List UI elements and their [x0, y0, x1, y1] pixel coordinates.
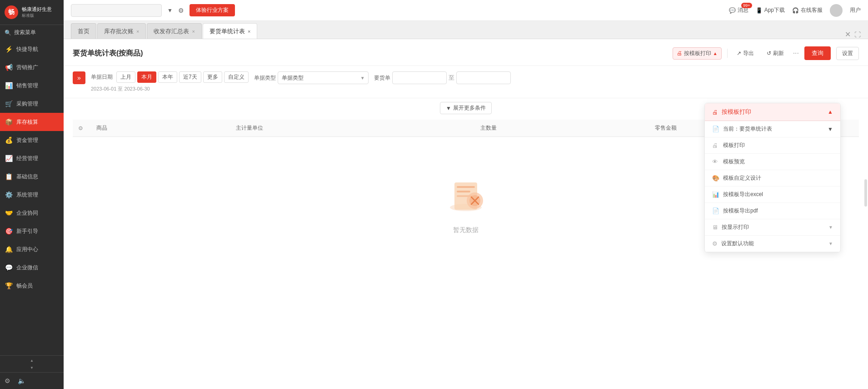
purchase-icon: 🛒 [5, 100, 13, 108]
guide-icon: 🎯 [5, 227, 13, 235]
doc-type-select[interactable]: 单据类型 [278, 71, 369, 84]
tab-window-expand[interactable]: ⛶ [854, 31, 861, 38]
sidebar-item-sales[interactable]: 📊 销售管理 [0, 76, 64, 95]
page-header: 要货单统计表(按商品) 🖨 按模板打印 ▲ ↗ 导出 ↺ 刷新 ··· 查询 [64, 39, 868, 66]
sidebar-item-basic[interactable]: 📋 基础信息 [0, 167, 64, 186]
tab-window-close[interactable]: ✕ [845, 30, 851, 39]
filter-expand-icon[interactable]: » [73, 71, 85, 84]
dropdown-default-settings[interactable]: ⚙ 设置默认功能 ▼ [705, 236, 840, 252]
dropdown-current-template[interactable]: 📄 当前：要货单统计表 ▼ [705, 121, 840, 137]
settings-btn[interactable]: 设置 [836, 47, 859, 60]
tab-order-stats[interactable]: 要货单统计表 × [203, 23, 257, 39]
date-btn-7days[interactable]: 近7天 [179, 71, 201, 83]
sidebar-item-operations[interactable]: 📈 经营管理 [0, 149, 64, 167]
dropdown-template-print[interactable]: 🖨 模板打印 [705, 137, 840, 154]
current-template-icon: 📄 [712, 126, 719, 132]
dropdown-template-preview[interactable]: 👁 模板预览 [705, 154, 840, 170]
right-scrollbar[interactable] [864, 179, 867, 207]
doc-type-filter: 单据类型 单据类型 ▼ [254, 71, 369, 84]
sidebar-item-appstore[interactable]: 🔔 应用中心 [0, 240, 64, 258]
sidebar-item-purchase[interactable]: 🛒 采购管理 [0, 95, 64, 113]
logo-text: 畅康通好生意 标准版 [22, 6, 52, 19]
sidebar-item-member[interactable]: 🏆 畅会员 [0, 277, 64, 295]
dropdown-export-pdf[interactable]: 📄 按模板导出pdf [705, 203, 840, 219]
sidebar-item-weixin[interactable]: 💬 企业微信 [0, 258, 64, 277]
export-btn[interactable]: ↗ 导出 [733, 48, 758, 59]
operations-icon: 📈 [5, 154, 13, 162]
volume-icon[interactable]: 🔈 [18, 377, 25, 384]
sidebar-item-system[interactable]: ⚙️ 系统管理 [0, 186, 64, 204]
col-settings[interactable]: ⚙ [73, 120, 91, 137]
topbar-search-input[interactable] [71, 4, 162, 17]
section-arrow-icon-2: ▼ [828, 241, 833, 246]
topbar-dropdown[interactable]: ▼ [167, 7, 173, 14]
sidebar-item-label: 应用中心 [16, 246, 38, 253]
current-chevron-icon: ▼ [828, 126, 833, 132]
sidebar-item-marketing[interactable]: 📢 营销推广 [0, 58, 64, 76]
topbar-settings-icon[interactable]: ⚙ [178, 7, 184, 14]
dropdown-export-excel[interactable]: 📊 按模板导出excel [705, 187, 840, 203]
tab-close-inventory-batch[interactable]: × [136, 29, 139, 34]
template-print-icon: 🖨 [712, 142, 718, 149]
app-icon: 📱 [756, 7, 763, 14]
more-icon[interactable]: ··· [793, 49, 799, 57]
export-icon: ↗ [737, 50, 741, 56]
settings-bottom-icon[interactable]: ⚙ [5, 377, 10, 384]
divider [727, 49, 728, 58]
tab-close-order-stats[interactable]: × [248, 29, 250, 34]
default-settings-icon: ⚙ [712, 240, 718, 247]
system-icon: ⚙️ [5, 191, 13, 199]
date-filter-group: 单据日期 上月 本月 本年 近7天 更多 自定义 2023-06-01 至 20… [91, 71, 249, 92]
trial-btn[interactable]: 体验行业方案 [190, 4, 235, 16]
refresh-icon: ↺ [767, 50, 771, 56]
dropdown-header: 🖨 按模板打印 ▲ [705, 103, 840, 121]
expand-more-btn[interactable]: ▼ 展开更多条件 [440, 102, 492, 114]
table-settings-icon[interactable]: ⚙ [78, 125, 83, 131]
sidebar-item-finance[interactable]: 💰 资金管理 [0, 131, 64, 149]
sales-icon: 📊 [5, 81, 13, 90]
messages-btn[interactable]: 💬 消息 99+ [729, 6, 748, 14]
sidebar-item-label: 快捷导航 [16, 45, 38, 53]
sidebar-item-quick-nav[interactable]: ⚡ 快捷导航 [0, 40, 64, 58]
tab-home[interactable]: 首页 [71, 23, 96, 39]
sidebar-item-label: 经营管理 [16, 155, 38, 162]
query-btn[interactable]: 查询 [804, 46, 831, 60]
date-range-display: 2023-06-01 至 2023-06-30 [91, 86, 249, 92]
sidebar-scroll-down[interactable]: ▼ [28, 365, 35, 370]
display-print-icon: 🖥 [712, 224, 718, 231]
date-btn-this-year[interactable]: 本年 [158, 71, 177, 83]
enterprise-icon: 🤝 [5, 209, 13, 217]
dropdown-display-print[interactable]: 🖥 按显示打印 ▼ [705, 219, 840, 236]
date-btn-last-month[interactable]: 上月 [116, 71, 135, 83]
date-btn-this-month[interactable]: 本月 [137, 71, 156, 83]
tabbar: 首页 库存批次账 × 收发存汇总表 × 要货单统计表 × ✕ ⛶ [64, 21, 868, 39]
order-input-end[interactable] [456, 71, 511, 84]
app-download-btn[interactable]: 📱 App下载 [756, 6, 785, 14]
order-input-start[interactable] [392, 71, 447, 84]
message-icon: 💬 [729, 7, 736, 14]
user-avatar[interactable] [830, 4, 843, 17]
sidebar-item-guide[interactable]: 🎯 新手引导 [0, 222, 64, 240]
tab-inventory-batch[interactable]: 库存批次账 × [97, 23, 146, 39]
template-design-icon: 🎨 [712, 175, 719, 182]
sidebar-scroll-up[interactable]: ▲ [28, 358, 35, 363]
topbar-right: 💬 消息 99+ 📱 App下载 🎧 在线客服 用户 [729, 4, 861, 17]
sidebar-item-inventory[interactable]: 📦 库存核算 [0, 113, 64, 131]
tab-receipt-summary[interactable]: 收发存汇总表 × [147, 23, 201, 39]
template-print-btn[interactable]: 🖨 按模板打印 ▲ [673, 47, 722, 60]
page-actions: 🖨 按模板打印 ▲ ↗ 导出 ↺ 刷新 ··· 查询 设置 [673, 46, 859, 60]
dropdown-chevron-up[interactable]: ▲ [828, 109, 833, 115]
tab-close-receipt-summary[interactable]: × [192, 29, 195, 34]
dropdown-template-design[interactable]: 🎨 模板自定义设计 [705, 170, 840, 187]
finance-icon: 💰 [5, 136, 13, 144]
date-btn-custom[interactable]: 自定义 [224, 71, 249, 83]
date-btn-more[interactable]: 更多 [203, 71, 222, 83]
sidebar-item-enterprise[interactable]: 🤝 企业协同 [0, 204, 64, 222]
basic-icon: 📋 [5, 172, 13, 181]
user-name: 用户 [850, 6, 861, 14]
online-service-btn[interactable]: 🎧 在线客服 [792, 6, 823, 14]
refresh-btn[interactable]: ↺ 刷新 [763, 48, 788, 59]
sidebar-item-label: 采购管理 [16, 100, 38, 108]
sidebar-search[interactable]: 🔍 搜索菜单 [0, 25, 64, 40]
col-product: 商品 [91, 120, 230, 137]
